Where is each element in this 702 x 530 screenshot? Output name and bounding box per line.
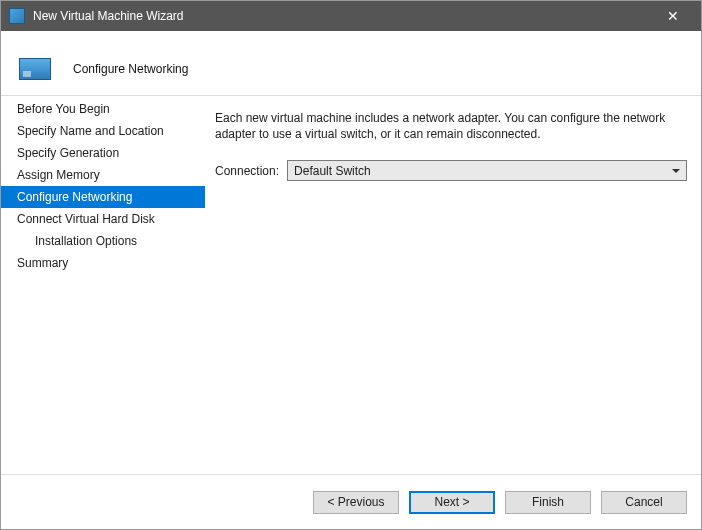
sidebar-item-label: Configure Networking [17,190,132,204]
next-button[interactable]: Next > [409,491,495,514]
previous-button[interactable]: < Previous [313,491,399,514]
sidebar-item-label: Assign Memory [17,168,100,182]
description-text: Each new virtual machine includes a netw… [215,110,687,142]
sidebar-item-label: Before You Begin [17,102,110,116]
finish-button[interactable]: Finish [505,491,591,514]
sidebar-item-label: Summary [17,256,68,270]
connection-select[interactable]: Default Switch [287,160,687,181]
titlebar: New Virtual Machine Wizard ✕ [1,1,701,31]
wizard-content: Each new virtual machine includes a netw… [205,96,701,474]
connection-field: Connection: Default Switch [215,160,687,181]
page-title: Configure Networking [73,62,188,76]
sidebar-item-specify-generation[interactable]: Specify Generation [1,142,205,164]
sidebar-item-label: Specify Name and Location [17,124,164,138]
wizard-header-icon [19,58,51,80]
sidebar-item-label: Connect Virtual Hard Disk [17,212,155,226]
sidebar-item-label: Specify Generation [17,146,119,160]
connection-select-value: Default Switch [294,164,371,178]
app-icon [9,8,25,24]
connection-label: Connection: [215,164,279,178]
sidebar-item-connect-vhd[interactable]: Connect Virtual Hard Disk [1,208,205,230]
sidebar-item-configure-networking[interactable]: Configure Networking [1,186,205,208]
wizard-body: Before You Begin Specify Name and Locati… [1,96,701,474]
chevron-down-icon [672,169,680,173]
wizard-header: Configure Networking [1,31,701,96]
close-icon[interactable]: ✕ [653,1,693,31]
sidebar-item-assign-memory[interactable]: Assign Memory [1,164,205,186]
window-title: New Virtual Machine Wizard [33,9,653,23]
sidebar-item-installation-options[interactable]: Installation Options [1,230,205,252]
sidebar-item-label: Installation Options [35,234,137,248]
sidebar-item-specify-name[interactable]: Specify Name and Location [1,120,205,142]
wizard-footer: < Previous Next > Finish Cancel [1,474,701,529]
sidebar-item-summary[interactable]: Summary [1,252,205,274]
sidebar-item-before-you-begin[interactable]: Before You Begin [1,98,205,120]
wizard-steps-sidebar: Before You Begin Specify Name and Locati… [1,96,205,474]
cancel-button[interactable]: Cancel [601,491,687,514]
